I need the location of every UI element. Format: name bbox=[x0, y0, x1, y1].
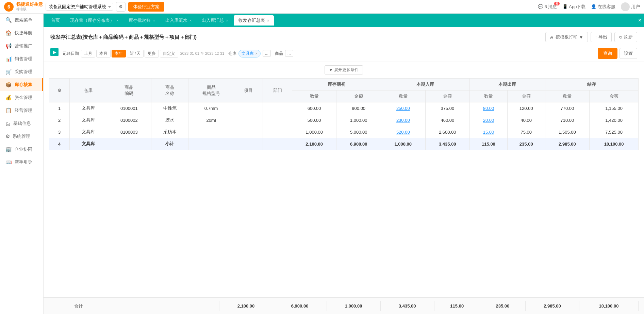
row-opening-amt: 900.00 bbox=[336, 102, 381, 114]
sidebar-item-marketing[interactable]: 📢 营销推广 bbox=[0, 39, 43, 52]
row-in-qty[interactable]: 230.00 bbox=[381, 114, 425, 126]
col-header-dept: 部门 bbox=[263, 79, 292, 102]
row-out-qty[interactable]: 115.00 bbox=[470, 138, 508, 150]
sidebar-label-purchase: 采购管理 bbox=[15, 69, 32, 75]
page-header: 收发存汇总表(按仓库＋商品编码＋商品＋规格型号＋项目＋部门) 🖨 按模板打印 ▼… bbox=[44, 27, 644, 45]
date-btn-7days[interactable]: 近7天 bbox=[127, 50, 144, 57]
row-in-qty[interactable]: 250.00 bbox=[381, 102, 425, 114]
logo-line2: 标准版 bbox=[16, 7, 43, 12]
row-project bbox=[234, 126, 263, 138]
sidebar-item-sales[interactable]: 📊 销售管理 bbox=[0, 52, 43, 65]
sidebar-item-quick-nav[interactable]: 🏠 快捷导航 bbox=[0, 27, 43, 39]
tab-close-inout-flow[interactable]: × bbox=[189, 18, 192, 22]
row-project bbox=[234, 102, 263, 114]
sidebar-item-purchase[interactable]: 🛒 采购管理 bbox=[0, 65, 43, 78]
sidebar: 🔍 搜索菜单 🏠 快捷导航 📢 营销推广 📊 销售管理 🛒 采购管理 📦 bbox=[0, 14, 44, 314]
notification-bell[interactable]: 💬 6 6 6 消息 bbox=[538, 4, 557, 10]
settings-btn[interactable]: ⚙ bbox=[116, 2, 126, 12]
tab-bar-close[interactable]: × bbox=[638, 17, 641, 23]
sidebar-label-corp: 企业协同 bbox=[15, 146, 32, 152]
row-goods-name: 小计 bbox=[151, 138, 188, 150]
col-in-qty: 数量 bbox=[381, 90, 425, 102]
tab-inout-summary[interactable]: 出入库汇总 × bbox=[197, 15, 233, 26]
row-goods-name: 采访本 bbox=[151, 126, 188, 138]
app-wrapper: 6 畅捷通好生意 标准版 装备及固定资产辅助管理系统 ⚙ 体验行业方案 💬 6 … bbox=[0, 0, 644, 314]
top-bar-left: 6 畅捷通好生意 标准版 装备及固定资产辅助管理系统 ⚙ 体验行业方案 bbox=[4, 2, 164, 12]
row-bal-amt: 1,155.00 bbox=[590, 102, 639, 114]
guide-icon: 📖 bbox=[5, 159, 12, 165]
sidebar-item-inventory[interactable]: 📦 库存核算 bbox=[0, 78, 43, 91]
action-btns: 查询 设置 bbox=[598, 48, 637, 59]
system-select[interactable]: 装备及固定资产辅助管理系统 bbox=[46, 3, 113, 11]
row-out-qty[interactable]: 15.00 bbox=[470, 126, 508, 138]
finance-icon: 💰 bbox=[5, 95, 12, 101]
warehouse-ellipsis-btn[interactable]: ... bbox=[263, 50, 271, 57]
row-bal-qty: 1,505.00 bbox=[545, 126, 590, 138]
tab-home[interactable]: 首页 bbox=[46, 15, 65, 26]
sidebar-label-base-info: 基础信息 bbox=[13, 120, 31, 127]
row-opening-qty: 600.00 bbox=[292, 102, 336, 114]
warehouse-filter-section: 仓库 文具库 × ... bbox=[228, 50, 270, 57]
col-header-goods-code: 商品编码 bbox=[107, 79, 151, 102]
tab-close-batch-ledger[interactable]: × bbox=[153, 18, 155, 22]
sales-icon: 📊 bbox=[5, 56, 12, 62]
table-wrapper: ⚙ 仓库 商品编码 商品名称 商品规格型号 项目 部门 库存期初 本期入库 本期… bbox=[44, 78, 644, 297]
row-bal-amt: 1,420.00 bbox=[590, 114, 639, 126]
row-goods-name: 中性笔 bbox=[151, 102, 188, 114]
col-header-warehouse: 仓库 bbox=[70, 79, 107, 102]
row-goods-spec: 0.7mm bbox=[188, 102, 234, 114]
row-in-qty[interactable]: 520.00 bbox=[381, 126, 425, 138]
row-bal-amt: 7,525.00 bbox=[590, 126, 639, 138]
date-btn-custom[interactable]: 自定义 bbox=[160, 50, 178, 57]
sidebar-item-corp[interactable]: 🏢 企业协同 bbox=[0, 143, 43, 156]
footer-out-amt: 235.00 bbox=[480, 301, 525, 311]
tab-close-receipt-summary[interactable]: × bbox=[267, 18, 269, 22]
filter-toggle-btn[interactable]: ▶ bbox=[50, 48, 59, 56]
tab-inventory-dist[interactable]: 现存量（库存分布表） × bbox=[65, 15, 123, 26]
refresh-btn[interactable]: ↻ 刷新 bbox=[614, 32, 637, 42]
table-settings-icon[interactable]: ⚙ bbox=[49, 79, 70, 102]
date-btn-this-month[interactable]: 本月 bbox=[96, 50, 111, 57]
tab-batch-ledger[interactable]: 库存批次账 × bbox=[124, 15, 160, 26]
row-dept bbox=[263, 138, 292, 150]
warehouse-tag[interactable]: 文具库 × bbox=[238, 50, 260, 57]
sidebar-item-operations[interactable]: 📋 经营管理 bbox=[0, 104, 43, 117]
date-btn-last-month[interactable]: 上月 bbox=[81, 50, 95, 57]
notification-badge: 6 bbox=[554, 2, 560, 5]
expand-conditions-btn[interactable]: ▼ 展开更多条件 bbox=[325, 65, 363, 75]
export-btn[interactable]: ↑ 导出 bbox=[591, 32, 612, 42]
col-bal-qty: 数量 bbox=[545, 90, 590, 102]
date-btn-this-year[interactable]: 本年 bbox=[112, 50, 126, 57]
row-goods-code bbox=[107, 138, 151, 150]
warehouse-tag-close[interactable]: × bbox=[255, 51, 257, 55]
row-out-qty[interactable]: 80.00 bbox=[470, 102, 508, 114]
goods-ellipsis-btn[interactable]: ... bbox=[285, 50, 293, 57]
sidebar-item-finance[interactable]: 💰 资金管理 bbox=[0, 91, 43, 104]
row-warehouse: 文具库 bbox=[70, 138, 107, 150]
col-opening-amt: 金额 bbox=[336, 90, 381, 102]
row-in-qty[interactable]: 1,000.00 bbox=[381, 138, 425, 150]
col-out-amt: 金额 bbox=[507, 90, 545, 102]
user-menu[interactable]: 用户 bbox=[621, 2, 640, 11]
sidebar-label-search: 搜索菜单 bbox=[15, 17, 32, 23]
tab-close-inout-summary[interactable]: × bbox=[226, 18, 228, 22]
row-index: 4 bbox=[49, 138, 70, 150]
sidebar-item-system[interactable]: ⚙ 系统管理 bbox=[0, 130, 43, 143]
query-btn[interactable]: 查询 bbox=[598, 48, 617, 59]
settings-filter-btn[interactable]: 设置 bbox=[620, 48, 637, 59]
tab-inout-flow[interactable]: 出入库流水 × bbox=[161, 15, 196, 26]
date-btn-more[interactable]: 更多 bbox=[145, 50, 159, 57]
sidebar-item-base-info[interactable]: 🗂 基础信息 bbox=[0, 117, 43, 130]
sidebar-label-quick-nav: 快捷导航 bbox=[15, 30, 32, 36]
app-download[interactable]: 📱 App下载 bbox=[562, 4, 585, 10]
tab-receipt-summary[interactable]: 收发存汇总表 × bbox=[234, 15, 274, 26]
col-out-qty: 数量 bbox=[470, 90, 508, 102]
row-index: 2 bbox=[49, 114, 70, 126]
trial-btn[interactable]: 体验行业方案 bbox=[128, 2, 164, 12]
row-out-qty[interactable]: 20.00 bbox=[470, 114, 508, 126]
print-btn[interactable]: 🖨 按模板打印 ▼ bbox=[545, 32, 588, 42]
sidebar-item-guide[interactable]: 📖 新手引导 bbox=[0, 156, 43, 169]
online-service[interactable]: 👤 在线客服 bbox=[591, 4, 615, 10]
sidebar-item-search[interactable]: 🔍 搜索菜单 bbox=[0, 14, 43, 27]
tab-close-inventory-dist[interactable]: × bbox=[116, 18, 118, 22]
